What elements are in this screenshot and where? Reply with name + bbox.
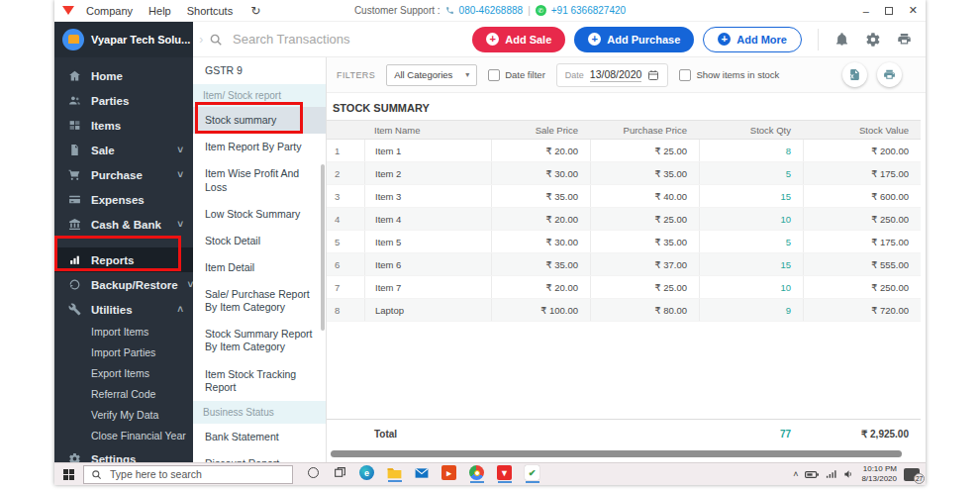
backup-restore-icon (67, 278, 81, 291)
edge-icon[interactable]: e (359, 465, 374, 483)
sidebar-item-cash-bank[interactable]: Cash & Bank ˅ (54, 212, 193, 237)
menu-company[interactable]: Company (86, 5, 133, 17)
start-button[interactable] (54, 469, 83, 480)
add-sale-button[interactable]: + Add Sale (472, 27, 565, 52)
table-row[interactable]: 6 Item 6 ₹ 35.00 ₹ 37.00 15 ₹ 555.00 (327, 253, 921, 276)
category-dropdown[interactable]: All Categories ▾ (386, 64, 477, 86)
table-row[interactable]: 1 Item 1 ₹ 20.00 ₹ 25.00 8 ₹ 200.00 (327, 140, 921, 162)
submenu-item-low-stock-summary[interactable]: Low Stock Summary (193, 201, 326, 228)
network-icon[interactable] (826, 469, 836, 479)
item-name: Laptop (364, 299, 491, 321)
sidebar-item-close-financial-year[interactable]: Close Financial Year (54, 426, 193, 446)
submenu-item-sale-purchase-by-category[interactable]: Sale/ Purchase Report By Item Category (193, 281, 326, 321)
add-sale-label: Add Sale (505, 34, 551, 46)
file-explorer-icon[interactable] (387, 466, 402, 482)
sidebar-item-import-items[interactable]: Import Items (54, 322, 193, 343)
task-view-button[interactable] (333, 466, 346, 482)
support-phone: 080-46268888 (459, 5, 524, 16)
sidebar-item-reports[interactable]: Reports (54, 247, 193, 272)
submenu-item-stock-summary[interactable]: Stock summary (193, 107, 326, 134)
vyapar-app-icon[interactable]: ▼ (497, 465, 512, 483)
table-row[interactable]: 3 Item 3 ₹ 35.00 ₹ 40.00 15 ₹ 600.00 (327, 185, 921, 208)
tray-expand-icon[interactable]: ˄ (793, 469, 798, 479)
battery-icon[interactable] (805, 470, 819, 479)
sidebar-item-expenses[interactable]: Expenses (54, 187, 193, 212)
add-more-button[interactable]: + Add More (703, 27, 802, 52)
submenu-item-item-wise-profit-loss[interactable]: Item Wise Profit And Loss (193, 160, 326, 200)
submenu-item-gstr9[interactable]: GSTR 9 (193, 57, 326, 84)
export-excel-button[interactable] (842, 62, 867, 87)
table-header-row: Item Name Sale Price Purchase Price Stoc… (327, 120, 921, 140)
menu-shortcuts[interactable]: Shortcuts (187, 5, 233, 17)
taskbar-search[interactable] (83, 465, 293, 484)
submenu-item-stock-summary-by-category[interactable]: Stock Summary Report By Item Category (193, 321, 326, 360)
add-purchase-label: Add Purchase (607, 34, 680, 46)
sidebar-item-purchase[interactable]: Purchase ˅ (54, 162, 193, 187)
app-icon-red[interactable]: ▸ (441, 465, 456, 483)
company-switcher[interactable]: Vyapar Tech Solu... › (54, 22, 193, 57)
submenu-item-item-stock-tracking[interactable]: Item Stock Tracking Report (193, 361, 326, 401)
table-row[interactable]: 5 Item 5 ₹ 30.00 ₹ 35.00 5 ₹ 175.00 (327, 231, 921, 253)
print-report-button[interactable] (877, 62, 902, 87)
table-row[interactable]: 2 Item 2 ₹ 30.00 ₹ 35.00 5 ₹ 175.00 (327, 162, 921, 185)
sidebar-item-settings[interactable]: Settings (54, 446, 193, 462)
action-center-icon[interactable]: 27 (904, 468, 920, 481)
item-name: Item 2 (364, 162, 491, 184)
printer-icon (883, 68, 896, 81)
date-value[interactable]: 13/08/2020 (590, 68, 642, 82)
settings-gear-icon[interactable] (865, 32, 881, 48)
sidebar-item-export-items[interactable]: Export Items (54, 363, 193, 384)
table-row[interactable]: 4 Item 4 ₹ 20.00 ₹ 25.00 10 ₹ 250.00 (327, 208, 921, 231)
table-row[interactable]: 7 Item 7 ₹ 20.00 ₹ 25.00 10 ₹ 250.00 (327, 276, 921, 299)
sidebar-item-utilities[interactable]: Utilities ˄ (54, 297, 193, 322)
sidebar-item-backup-restore[interactable]: Backup/Restore ˅ (54, 272, 193, 297)
sidebar-item-home[interactable]: Home (54, 63, 193, 88)
stock-qty: 10 (699, 276, 803, 298)
calendar-icon[interactable] (647, 69, 659, 81)
date-filter-checkbox[interactable] (488, 69, 500, 81)
chrome-icon[interactable] (469, 465, 484, 483)
menu-help[interactable]: Help (148, 5, 171, 17)
mail-icon[interactable] (415, 467, 429, 482)
taskbar-search-input[interactable] (108, 467, 266, 481)
submenu-item-stock-detail[interactable]: Stock Detail (193, 228, 326, 254)
sidebar-item-parties[interactable]: Parties (54, 88, 193, 113)
app-header: Vyapar Tech Solu... › + Add Sale + Add P… (54, 22, 926, 57)
submenu-scrollbar[interactable] (321, 164, 325, 331)
app-icon-quill[interactable]: ✔ (525, 465, 539, 483)
sidebar-item-verify-my-data[interactable]: Verify My Data (54, 405, 193, 426)
maximize-button[interactable] (885, 7, 893, 15)
purchase-price: ₹ 35.00 (590, 162, 699, 184)
minimize-button[interactable]: – (863, 5, 869, 17)
submenu-item-bank-statement[interactable]: Bank Statement (193, 424, 326, 450)
sidebar-item-items[interactable]: Items (54, 113, 193, 138)
sale-price: ₹ 20.00 (491, 208, 590, 230)
add-purchase-button[interactable]: + Add Purchase (574, 27, 694, 52)
reminders-bell-icon[interactable] (834, 32, 849, 47)
windows-taskbar: e ▸ ▼ ✔ ˄ 10:10 PM 8/13/2020 27 (54, 462, 926, 485)
submenu-item-item-detail[interactable]: Item Detail (193, 254, 326, 281)
transaction-search[interactable] (209, 31, 463, 48)
volume-icon[interactable] (843, 469, 854, 479)
refresh-icon[interactable]: ↻ (250, 4, 260, 18)
sidebar-item-referral-code[interactable]: Referral Code (54, 384, 193, 405)
table-row[interactable]: 8 Laptop ₹ 100.00 ₹ 80.00 9 ₹ 720.00 (327, 299, 921, 322)
submenu-item-discount-report[interactable]: Discount Report (193, 450, 326, 462)
date: 8/13/2020 (861, 474, 897, 483)
date-picker[interactable]: Date 13/08/2020 (556, 63, 669, 87)
horizontal-scrollbar[interactable] (331, 450, 920, 458)
sidebar-item-sale[interactable]: Sale ˅ (54, 138, 193, 162)
show-items-in-stock-checkbox[interactable] (679, 69, 691, 81)
scrollbar-thumb[interactable] (331, 450, 902, 457)
stock-value: ₹ 250.00 (803, 208, 921, 230)
print-icon[interactable] (897, 32, 912, 47)
item-name: Item 3 (364, 185, 491, 207)
clock[interactable]: 10:10 PM 8/13/2020 (861, 464, 897, 483)
submenu-item-item-report-by-party[interactable]: Item Report By Party (193, 134, 326, 160)
phone-icon (445, 6, 454, 15)
close-button[interactable]: ✕ (909, 4, 918, 17)
cortana-button[interactable] (306, 467, 320, 481)
row-num: 2 (327, 162, 364, 184)
sidebar-item-import-parties[interactable]: Import Parties (54, 343, 193, 363)
search-input[interactable] (231, 31, 448, 48)
